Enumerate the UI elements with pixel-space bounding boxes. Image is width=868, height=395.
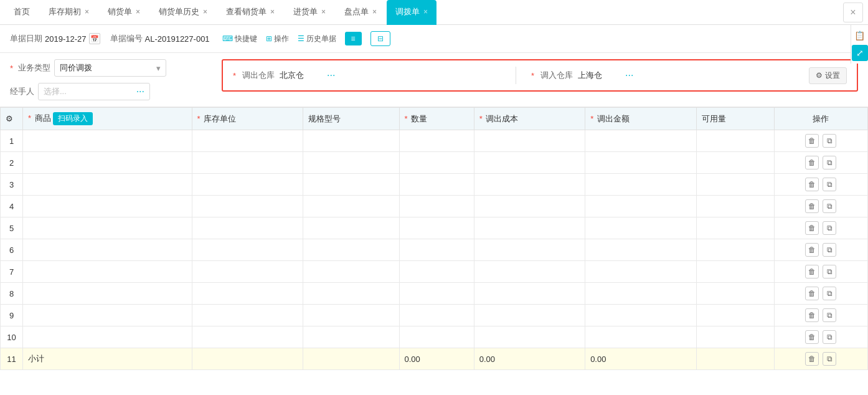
- tab-close-transfer[interactable]: ×: [423, 8, 428, 16]
- copy-row-6[interactable]: ⧉: [823, 243, 836, 257]
- scan-button[interactable]: 扫码录入: [53, 112, 93, 125]
- row-unit-7[interactable]: [192, 261, 303, 283]
- row-spec-2[interactable]: [303, 152, 399, 174]
- row-qty-5[interactable]: [399, 217, 474, 239]
- row-cost-5[interactable]: [474, 217, 585, 239]
- row-product-2[interactable]: [23, 152, 192, 174]
- tab-purchase[interactable]: 进货单 ×: [285, 0, 334, 25]
- row-amount-3[interactable]: [585, 174, 696, 196]
- copy-row-3[interactable]: ⧉: [823, 178, 836, 191]
- row-available-10[interactable]: [696, 326, 774, 348]
- row-cost-4[interactable]: [474, 196, 585, 217]
- row-available-4[interactable]: [696, 196, 774, 217]
- row-unit-11[interactable]: [192, 348, 303, 370]
- row-available-3[interactable]: [696, 174, 774, 196]
- delete-row-2[interactable]: 🗑: [805, 156, 819, 169]
- delete-row-1[interactable]: 🗑: [805, 134, 819, 148]
- row-spec-9[interactable]: [303, 305, 399, 326]
- row-qty-7[interactable]: [399, 261, 474, 283]
- delete-row-9[interactable]: 🗑: [805, 308, 819, 322]
- delete-row-5[interactable]: 🗑: [805, 221, 819, 235]
- copy-row-4[interactable]: ⧉: [823, 199, 836, 213]
- row-cost-10[interactable]: [474, 326, 585, 348]
- row-amount-2[interactable]: [585, 152, 696, 174]
- tab-close-purchase[interactable]: ×: [321, 8, 326, 16]
- copy-row-1[interactable]: ⧉: [823, 134, 836, 148]
- row-product-1[interactable]: [23, 130, 192, 152]
- sidebar-doc-icon[interactable]: 📋: [852, 27, 868, 44]
- delete-row-8[interactable]: 🗑: [805, 287, 819, 300]
- delete-row-4[interactable]: 🗑: [805, 199, 819, 213]
- copy-row-8[interactable]: ⧉: [823, 287, 836, 300]
- gear-table-icon[interactable]: ⚙: [6, 114, 13, 123]
- row-amount-10[interactable]: [585, 326, 696, 348]
- row-product-11[interactable]: 小计: [23, 348, 192, 370]
- shortcut-button[interactable]: ⌨ 快捷键: [222, 34, 257, 44]
- row-spec-7[interactable]: [303, 261, 399, 283]
- row-available-7[interactable]: [696, 261, 774, 283]
- calendar-icon[interactable]: 📅: [89, 33, 100, 44]
- tab-inventory-init[interactable]: 库存期初 ×: [40, 0, 98, 25]
- row-amount-11[interactable]: 0.00: [585, 348, 696, 370]
- layout-btn-1[interactable]: ≡: [345, 32, 362, 45]
- row-product-8[interactable]: [23, 283, 192, 305]
- copy-row-2[interactable]: ⧉: [823, 156, 836, 169]
- business-type-select[interactable]: 同价调拨 ▾: [54, 59, 166, 77]
- row-available-11[interactable]: [696, 348, 774, 370]
- warehouse-in-more-icon[interactable]: ···: [625, 70, 633, 81]
- row-spec-11[interactable]: [303, 348, 399, 370]
- copy-row-7[interactable]: ⧉: [823, 265, 836, 278]
- row-qty-9[interactable]: [399, 305, 474, 326]
- warehouse-in-value[interactable]: 上海仓: [578, 70, 615, 81]
- tab-view-sales[interactable]: 查看销货单 ×: [217, 0, 283, 25]
- date-value[interactable]: 2019-12-27: [45, 34, 87, 44]
- row-spec-3[interactable]: [303, 174, 399, 196]
- row-unit-10[interactable]: [192, 326, 303, 348]
- row-amount-8[interactable]: [585, 283, 696, 305]
- tab-sales[interactable]: 销货单 ×: [99, 0, 149, 25]
- tab-close-sales-history[interactable]: ×: [203, 8, 207, 16]
- row-product-6[interactable]: [23, 239, 192, 261]
- row-amount-7[interactable]: [585, 261, 696, 283]
- row-amount-1[interactable]: [585, 130, 696, 152]
- row-unit-5[interactable]: [192, 217, 303, 239]
- warehouse-out-value[interactable]: 北京仓: [280, 70, 317, 81]
- copy-row-11[interactable]: ⧉: [823, 352, 836, 366]
- row-cost-2[interactable]: [474, 152, 585, 174]
- row-amount-6[interactable]: [585, 239, 696, 261]
- row-amount-9[interactable]: [585, 305, 696, 326]
- row-unit-1[interactable]: [192, 130, 303, 152]
- row-product-4[interactable]: [23, 196, 192, 217]
- tab-close-inventory-init[interactable]: ×: [85, 8, 89, 16]
- row-product-10[interactable]: [23, 326, 192, 348]
- tab-close-stocktake[interactable]: ×: [372, 8, 377, 16]
- row-spec-8[interactable]: [303, 283, 399, 305]
- delete-row-10[interactable]: 🗑: [805, 330, 819, 344]
- row-qty-10[interactable]: [399, 326, 474, 348]
- col-gear[interactable]: ⚙: [1, 108, 23, 130]
- row-qty-6[interactable]: [399, 239, 474, 261]
- tab-sales-history[interactable]: 销货单历史 ×: [150, 0, 216, 25]
- row-cost-9[interactable]: [474, 305, 585, 326]
- row-cost-6[interactable]: [474, 239, 585, 261]
- row-available-6[interactable]: [696, 239, 774, 261]
- sidebar-expand-icon[interactable]: ⤢: [852, 45, 868, 61]
- row-unit-4[interactable]: [192, 196, 303, 217]
- row-qty-11[interactable]: 0.00: [399, 348, 474, 370]
- row-amount-4[interactable]: [585, 196, 696, 217]
- tab-home[interactable]: 首页: [5, 0, 39, 25]
- row-available-5[interactable]: [696, 217, 774, 239]
- row-amount-5[interactable]: [585, 217, 696, 239]
- delete-row-3[interactable]: 🗑: [805, 178, 819, 191]
- row-spec-4[interactable]: [303, 196, 399, 217]
- row-cost-1[interactable]: [474, 130, 585, 152]
- row-cost-8[interactable]: [474, 283, 585, 305]
- tab-close-sales[interactable]: ×: [136, 8, 140, 16]
- row-cost-11[interactable]: 0.00: [474, 348, 585, 370]
- row-available-9[interactable]: [696, 305, 774, 326]
- row-available-2[interactable]: [696, 152, 774, 174]
- row-product-7[interactable]: [23, 261, 192, 283]
- row-cost-7[interactable]: [474, 261, 585, 283]
- row-unit-6[interactable]: [192, 239, 303, 261]
- row-qty-1[interactable]: [399, 130, 474, 152]
